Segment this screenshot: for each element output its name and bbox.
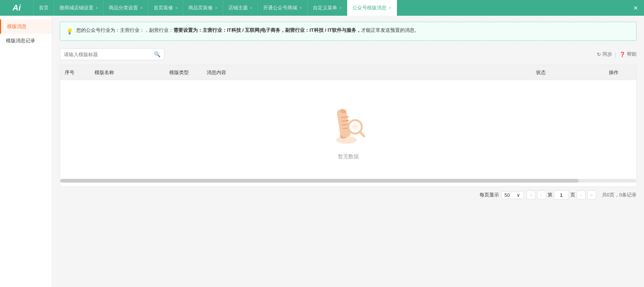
nav-tab-4[interactable]: 商品页装修× <box>183 0 223 16</box>
notice-highlight: 需要设置为：主营行业：IT科技 / 互联网|电子商务，副营行业：IT科技 / I… <box>173 27 361 33</box>
last-page-button[interactable]: » <box>587 190 596 199</box>
page-input-wrap: 第 页 <box>548 190 575 199</box>
notice-box: 💡 您的公众号行业为：主营行业：，副营行业：需要设置为：主营行业：IT科技 / … <box>60 22 637 41</box>
empty-state: 暂无数据 <box>60 80 636 175</box>
help-icon: ❓ <box>619 52 625 57</box>
nav-tab-3[interactable]: 首页装修× <box>148 0 183 16</box>
svg-point-8 <box>352 124 358 130</box>
sync-button[interactable]: ↻ 同步 <box>597 51 612 58</box>
th-seq: 序号 <box>60 69 90 76</box>
nav-tab-5[interactable]: 店铺主题× <box>223 0 258 16</box>
nav-tab-label-1: 微商城店铺设置 <box>59 4 93 11</box>
table-header: 序号 模版名称 模版类型 消息内容 状态 操作 <box>60 65 636 80</box>
horizontal-scrollbar[interactable] <box>60 179 636 183</box>
nav-tab-label-5: 店铺主题 <box>228 4 248 11</box>
sidebar: 模版消息模版消息记录 <box>0 16 52 287</box>
search-bar: 🔍 ↻ 同步 | ❓ 帮助 <box>60 48 637 60</box>
nav-tab-close-2[interactable]: × <box>140 6 142 10</box>
nav-tab-label-2: 商品分类设置 <box>109 4 138 11</box>
nav-tab-label-7: 自定义菜单 <box>313 4 337 11</box>
nav-tab-label-8: 公众号模版消息 <box>352 4 386 11</box>
nav-tabs: 首页微商城店铺设置×商品分类设置×首页装修×商品页装修×店铺主题×开通公众号商城… <box>34 0 627 16</box>
scrollbar-thumb[interactable] <box>60 179 579 183</box>
th-status: 状态 <box>531 69 591 76</box>
nav-tab-2[interactable]: 商品分类设置× <box>104 0 148 16</box>
nav-tab-label-3: 首页装修 <box>154 4 173 11</box>
nav-tab-close-3[interactable]: × <box>175 6 178 10</box>
nav-tab-label-4: 商品页装修 <box>188 4 213 11</box>
notice-icon: 💡 <box>66 27 73 36</box>
search-icon[interactable]: 🔍 <box>154 51 160 57</box>
help-button[interactable]: ❓ 帮助 <box>619 51 637 58</box>
th-content: 消息内容 <box>202 69 531 76</box>
divider: | <box>615 52 616 57</box>
svg-line-7 <box>360 132 364 136</box>
content-area: 💡 您的公众号行业为：主营行业：，副营行业：需要设置为：主营行业：IT科技 / … <box>52 16 644 287</box>
nav-tab-1[interactable]: 微商城店铺设置× <box>54 0 104 16</box>
empty-illustration <box>326 103 371 147</box>
page-label: 第 <box>548 192 552 198</box>
sidebar-item-1[interactable]: 模版消息记录 <box>0 34 52 48</box>
th-action: 操作 <box>591 69 636 76</box>
page-total: 共0页，0条记录 <box>602 192 637 198</box>
empty-text: 暂无数据 <box>338 153 359 160</box>
sync-label: 同步 <box>603 51 612 58</box>
nav-tab-label-6: 开通公众号商城 <box>263 4 297 11</box>
page-navigation: « ‹ 第 页 › » <box>527 190 596 199</box>
page-size-label: 每页显示 <box>480 192 499 198</box>
help-label: 帮助 <box>627 51 637 58</box>
nav-tab-8[interactable]: 公众号模版消息× <box>347 0 397 16</box>
nav-tab-close-4[interactable]: × <box>215 6 217 10</box>
search-input[interactable] <box>64 52 154 57</box>
nav-tab-close-5[interactable]: × <box>250 6 252 10</box>
dropdown-arrow-icon: ∨ <box>517 192 520 198</box>
nav-tab-label-0: 首页 <box>39 4 49 11</box>
nav-tab-close-7[interactable]: × <box>339 6 342 10</box>
page-size-value: 50 <box>505 192 510 198</box>
pagination: 每页显示 50 ∨ « ‹ 第 页 › » 共0页，0条记录 <box>60 187 637 203</box>
nav-tab-0[interactable]: 首页 <box>34 0 54 16</box>
logo: Ai <box>0 0 34 16</box>
main-layout: 模版消息模版消息记录 💡 您的公众号行业为：主营行业：，副营行业：需要设置为：主… <box>0 16 644 287</box>
nav-tab-close-1[interactable]: × <box>96 6 98 10</box>
page-size-select: 每页显示 50 ∨ <box>480 191 524 199</box>
page-unit: 页 <box>570 192 575 198</box>
th-name: 模版名称 <box>90 69 165 76</box>
data-table: 序号 模版名称 模版类型 消息内容 状态 操作 <box>60 65 637 187</box>
nav-tab-close-8[interactable]: × <box>389 6 391 10</box>
page-number-input[interactable] <box>554 190 569 199</box>
th-type: 模版类型 <box>165 69 202 76</box>
search-actions: ↻ 同步 | ❓ 帮助 <box>597 51 637 58</box>
sync-icon: ↻ <box>597 52 601 57</box>
page-size-dropdown[interactable]: 50 ∨ <box>501 191 524 199</box>
first-page-button[interactable]: « <box>527 190 536 199</box>
nav-tab-6[interactable]: 开通公众号商城× <box>258 0 307 16</box>
search-input-wrap[interactable]: 🔍 <box>60 48 164 60</box>
nav-tab-close-6[interactable]: × <box>299 6 302 10</box>
prev-page-button[interactable]: ‹ <box>537 190 546 199</box>
next-page-button[interactable]: › <box>577 190 586 199</box>
global-close-button[interactable]: ✕ <box>627 0 644 16</box>
notice-text: 您的公众号行业为：主营行业：，副营行业：需要设置为：主营行业：IT科技 / 互联… <box>76 27 419 34</box>
nav-tab-7[interactable]: 自定义菜单× <box>308 0 347 16</box>
top-nav: Ai 首页微商城店铺设置×商品分类设置×首页装修×商品页装修×店铺主题×开通公众… <box>0 0 644 16</box>
sidebar-item-0[interactable]: 模版消息 <box>0 19 52 34</box>
